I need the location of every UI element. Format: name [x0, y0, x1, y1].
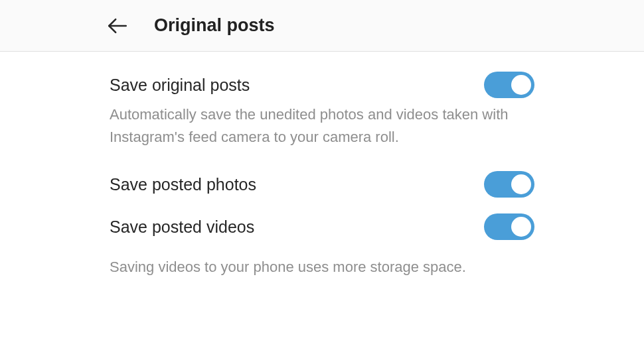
back-arrow-icon[interactable] — [106, 15, 129, 37]
setting-label-save-original: Save original posts — [110, 76, 250, 95]
toggle-save-original[interactable] — [484, 72, 534, 98]
setting-label-save-videos: Save posted videos — [110, 217, 254, 237]
description-save-videos: Saving videos to your phone uses more st… — [110, 256, 521, 278]
setting-save-photos: Save posted photos — [110, 171, 534, 198]
setting-save-videos: Save posted videos — [110, 213, 534, 240]
setting-label-save-photos: Save posted photos — [110, 175, 256, 194]
toggle-save-photos[interactable] — [484, 171, 534, 198]
toggle-knob — [511, 75, 531, 95]
description-save-original: Automatically save the unedited photos a… — [110, 103, 521, 149]
header: Original posts — [0, 0, 644, 52]
page-title: Original posts — [154, 15, 275, 36]
toggle-knob — [511, 217, 531, 237]
toggle-knob — [511, 174, 531, 194]
settings-content: Save original posts Automatically save t… — [0, 52, 644, 278]
toggle-save-videos[interactable] — [484, 213, 534, 240]
setting-save-original: Save original posts — [110, 72, 534, 98]
